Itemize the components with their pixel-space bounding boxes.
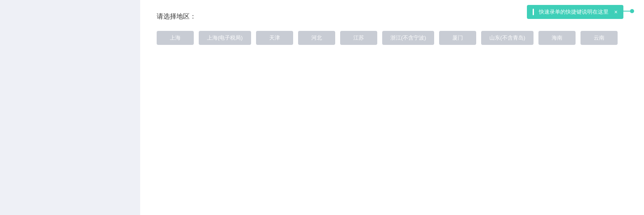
region-button-hainan[interactable]: 海南 [538,31,576,45]
region-button-shanghai-etax[interactable]: 上海(电子税局) [199,31,251,45]
region-button-jiangsu[interactable]: 江苏 [340,31,377,45]
region-grid: 上海上海(电子税局)天津河北江苏浙江(不含宁波)厦门山东(不含青岛)海南云南 [157,31,628,45]
tooltip-banner: 快速录单的快捷键说明在这里 × [527,5,623,19]
region-button-tianjin[interactable]: 天津 [256,31,293,45]
tooltip-text: 快速录单的快捷键说明在这里 [539,8,609,16]
left-sidebar [0,0,140,215]
region-button-shanghai[interactable]: 上海 [157,31,194,45]
region-button-xiamen[interactable]: 厦门 [439,31,476,45]
region-button-shandong[interactable]: 山东(不含青岛) [481,31,534,45]
region-button-hebei[interactable]: 河北 [298,31,335,45]
tooltip-line [622,11,630,12]
tooltip-close-button[interactable]: × [614,9,618,15]
region-button-yunnan[interactable]: 云南 [581,31,618,45]
tooltip-dot [630,9,634,13]
region-button-zhejiang[interactable]: 浙江(不含宁波) [382,31,435,45]
main-content: 请选择地区： 上海上海(电子税局)天津河北江苏浙江(不含宁波)厦门山东(不含青岛… [140,0,644,215]
